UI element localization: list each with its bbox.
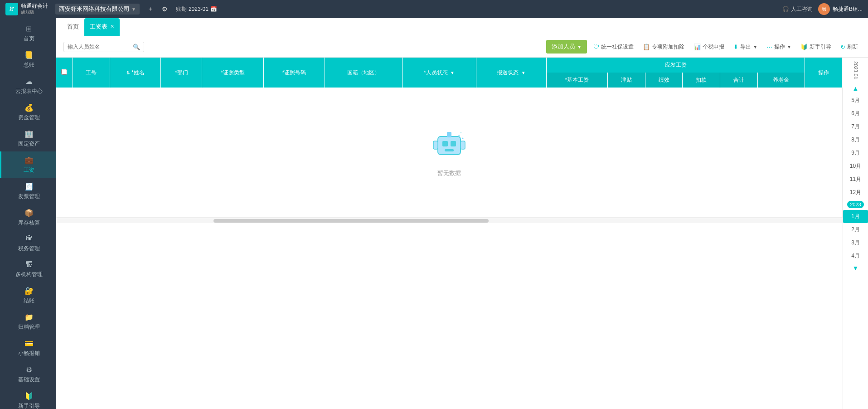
tab-salary-label: 工资表 [90, 23, 107, 31]
current-period-display: 2023.01 [853, 61, 858, 79]
th-id-type: *证照类型 [202, 58, 263, 88]
period-month-1[interactable]: 1月 [843, 210, 868, 223]
sidebar-item-label: 结账 [24, 297, 34, 305]
dropdown-arrow-icon: ▼ [577, 44, 582, 49]
multi-org-icon: 🏗 [25, 261, 33, 269]
period-nav-up[interactable]: ▲ [851, 83, 861, 94]
search-input[interactable] [68, 44, 131, 50]
filter-icon-2[interactable]: ▼ [521, 70, 526, 75]
settings-icon[interactable]: ⚙ [160, 4, 170, 15]
period-nav-down[interactable]: ▼ [851, 263, 861, 273]
period-month-9[interactable]: 9月 [843, 146, 868, 160]
deduction-icon: 📋 [643, 44, 650, 50]
tab-salary[interactable]: 工资表 ✕ [84, 18, 120, 36]
th-actions: 操作 [805, 58, 843, 88]
sidebar-item-guide[interactable]: 🔰 新手引导 [0, 387, 56, 409]
chevron-down-icon: ▼ [131, 7, 136, 12]
building-icon: 🏢 [24, 130, 34, 138]
sidebar-item-inventory[interactable]: 📦 库存核算 [0, 204, 56, 230]
logo-area: 好 畅通好会计 旗舰版 [5, 3, 48, 15]
sidebar-item-multi-org[interactable]: 🏗 多机构管理 [0, 256, 56, 282]
social-security-button[interactable]: 🛡 统一社保设置 [591, 41, 636, 53]
top-right-area: 🎧 人工咨询 畅 畅捷通B组... [782, 3, 863, 15]
guide-icon: 🔰 [24, 392, 34, 400]
sidebar-item-label: 资金管理 [18, 114, 40, 122]
th-total: 合计 [720, 73, 757, 88]
sidebar-item-label: 库存核算 [18, 219, 40, 227]
table-panel-wrap: 工号 ⇅ *姓名 *部门 *证照类型 *证照号码 国籍（地区） *人员状态 ▼ [56, 58, 868, 409]
inventory-icon: 📦 [24, 209, 34, 217]
svg-rect-0 [438, 136, 461, 155]
sidebar-item-home[interactable]: ⊞ 首页 [0, 20, 56, 46]
sidebar-item-expense[interactable]: 💳 小畅报销 [0, 335, 56, 361]
sidebar-item-invoice[interactable]: 🧾 发票管理 [0, 178, 56, 204]
special-deduction-button[interactable]: 📋 专项附加扣除 [640, 41, 687, 53]
sidebar-item-archive[interactable]: 📁 归档管理 [0, 308, 56, 335]
empty-icon [431, 127, 467, 164]
sidebar-item-label: 发票管理 [18, 193, 40, 200]
calendar-icon[interactable]: 📅 [210, 6, 217, 12]
toolbar-right: 添加人员 ▼ 🛡 统一社保设置 📋 专项附加扣除 📊 个税申报 ⬇ [546, 40, 861, 54]
period-month-6[interactable]: 6月 [843, 107, 868, 120]
sidebar-item-fund[interactable]: 💰 资金管理 [0, 99, 56, 125]
period-month-4[interactable]: 4月 [843, 249, 868, 263]
sidebar-item-settings[interactable]: ⚙ 基础设置 [0, 361, 56, 387]
operation-button[interactable]: ⋯ 操作 ▼ [764, 41, 794, 53]
sidebar-item-salary[interactable]: 💼 工资 [0, 151, 56, 178]
sidebar-item-fixed-asset[interactable]: 🏢 固定资产 [0, 125, 56, 151]
period-month-12[interactable]: 12月 [843, 186, 868, 199]
company-selector[interactable]: 西安虾米网络科技有限公司 ▼ [55, 4, 140, 15]
tab-home[interactable]: 首页 [62, 18, 84, 36]
operation-icon: ⋯ [766, 44, 772, 50]
tab-close-icon[interactable]: ✕ [110, 24, 114, 29]
refresh-label: 刷新 [847, 43, 858, 51]
th-employee-no: 工号 [73, 58, 110, 88]
scrollbar-thumb[interactable] [213, 219, 489, 223]
tab-home-label: 首页 [67, 23, 79, 31]
sidebar-item-ledger[interactable]: 📒 总账 [0, 46, 56, 73]
add-button[interactable]: ＋ [145, 4, 156, 15]
empty-state: 暂无数据 [61, 91, 838, 214]
sidebar-item-label: 多机构管理 [15, 271, 43, 278]
filter-icon[interactable]: ▼ [450, 70, 455, 75]
period-month-10[interactable]: 10月 [843, 160, 868, 173]
period-month-3[interactable]: 3月 [843, 236, 868, 249]
select-all-checkbox[interactable] [61, 69, 67, 75]
svg-rect-3 [445, 149, 454, 151]
period-month-8[interactable]: 8月 [843, 133, 868, 146]
invoice-icon: 🧾 [24, 182, 34, 191]
user-name: 畅捷通B组... [833, 5, 863, 13]
year-badge: 2023 [847, 201, 863, 208]
guide-button[interactable]: 🔰 新手引导 [798, 41, 834, 53]
customer-service-button[interactable]: 🎧 人工咨询 [782, 5, 813, 13]
add-person-button[interactable]: 添加人员 ▼ [546, 40, 587, 54]
th-base-salary: *基本工资 [546, 73, 607, 88]
sidebar-item-label: 首页 [24, 35, 34, 43]
period-month-11[interactable]: 11月 [843, 173, 868, 186]
period-month-2[interactable]: 2月 [843, 223, 868, 236]
export-icon: ⬇ [733, 44, 738, 50]
operation-label: 操作 [774, 43, 785, 51]
period-month-5[interactable]: 5月 [843, 94, 868, 107]
svg-rect-1 [442, 141, 448, 146]
search-wrap: 🔍 [63, 42, 144, 52]
salary-table: 工号 ⇅ *姓名 *部门 *证照类型 *证照号码 国籍（地区） *人员状态 ▼ [56, 58, 843, 218]
th-checkbox[interactable] [56, 58, 73, 88]
gear-icon: ⚙ [26, 365, 32, 374]
customer-service-label: 人工咨询 [791, 5, 813, 13]
export-arrow-icon: ▼ [753, 44, 757, 49]
table-wrap[interactable]: 工号 ⇅ *姓名 *部门 *证照类型 *证照号码 国籍（地区） *人员状态 ▼ [56, 58, 843, 409]
th-performance: 绩效 [645, 73, 683, 88]
main-layout: ⊞ 首页 📒 总账 ☁ 云报表中心 💰 资金管理 🏢 固定资产 💼 工资 🧾 发… [0, 18, 868, 409]
period-month-7[interactable]: 7月 [843, 120, 868, 133]
archive-icon: 📁 [24, 313, 34, 321]
sidebar-item-cloud-report[interactable]: ☁ 云报表中心 [0, 73, 56, 99]
export-button[interactable]: ⬇ 导出 ▼ [731, 41, 760, 53]
sidebar-item-tax[interactable]: 🏛 税务管理 [0, 230, 56, 256]
scrollbar-track[interactable] [56, 218, 843, 223]
refresh-button[interactable]: ↻ 刷新 [838, 41, 861, 53]
salary-icon: 💼 [24, 156, 34, 165]
user-area[interactable]: 畅 畅捷通B组... [818, 3, 863, 15]
personal-tax-button[interactable]: 📊 个税申报 [691, 41, 727, 53]
sidebar-item-closing[interactable]: 🔐 结账 [0, 282, 56, 308]
